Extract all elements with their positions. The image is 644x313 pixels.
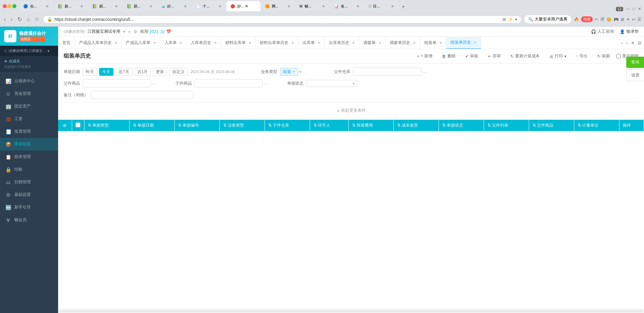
- tab-production-in-history[interactable]: 产成品入库单历史 ✕: [75, 37, 122, 49]
- date-today[interactable]: 今天: [99, 68, 113, 76]
- add-company-btn[interactable]: +: [128, 29, 131, 34]
- new-tab-button[interactable]: +: [399, 2, 407, 11]
- sidebar-item-closing[interactable]: 🔒 结账: [0, 163, 58, 176]
- search-box[interactable]: 🔍 大量安卓用户逃离: [524, 15, 572, 24]
- parent-warehouse-more[interactable]: ···: [423, 69, 427, 74]
- browser-tab-1[interactable]: 🔵 在... ✕: [19, 1, 53, 11]
- history-icon[interactable]: ↩: [632, 17, 635, 22]
- scissors-icon[interactable]: ✂: [595, 17, 598, 22]
- address-bar[interactable]: 🔒 https://cloud.chanjet.com/accounting/u…: [43, 15, 522, 24]
- sidebar-item-assets[interactable]: 🏢 固定资产: [0, 100, 58, 113]
- tab-kit[interactable]: 组装单 ✕: [420, 37, 446, 49]
- sort-icon[interactable]: ⇅: [397, 123, 401, 128]
- tab-out-history[interactable]: 出库单历史 ✕: [325, 37, 359, 49]
- menu-icon[interactable]: ☰: [638, 17, 641, 22]
- scrollbar-track[interactable]: [59, 310, 643, 312]
- tab-out-order[interactable]: 出库单 ✕: [298, 37, 325, 49]
- sort-icon[interactable]: ⇅: [352, 123, 355, 128]
- parent-goods-input[interactable]: [83, 79, 151, 87]
- date-more[interactable]: 更多: [153, 68, 167, 76]
- sidebar-item-invoice[interactable]: 🧾 发票管理: [0, 125, 58, 138]
- sort-icon[interactable]: ⇅: [178, 123, 182, 128]
- print-button[interactable]: 🖨 打印 ▾: [546, 52, 570, 60]
- tab-close-icon[interactable]: ✕: [474, 41, 477, 44]
- tab-assemble-history[interactable]: 调拨单历史 ✕: [386, 37, 420, 49]
- approve-button[interactable]: ✔ 审核: [462, 52, 482, 60]
- sidebar-item-guide[interactable]: 🆕 新手引导: [0, 201, 58, 214]
- tab-in-history[interactable]: 入库单历史 ✕: [187, 37, 221, 49]
- grid-icon[interactable]: ⊞: [621, 17, 624, 22]
- window-minimize[interactable]: —: [626, 6, 630, 11]
- sidebar-item-funds[interactable]: ⊙ 资金管理: [0, 87, 58, 100]
- translate-icon[interactable]: 译: [600, 16, 604, 22]
- child-goods-more[interactable]: ···: [264, 81, 268, 86]
- sidebar-item-reports[interactable]: 📊 云报表中心: [0, 75, 58, 87]
- parent-warehouse-input[interactable]: [353, 68, 421, 76]
- browser-tab-3[interactable]: 📗 易... ✕: [88, 1, 122, 11]
- sort-icon[interactable]: ⇅: [313, 123, 317, 128]
- sidebar-item-settings[interactable]: ⚙ 基础设置: [0, 188, 58, 201]
- th-checkbox[interactable]: [72, 120, 84, 131]
- tab-close-icon[interactable]: ✕: [115, 41, 117, 45]
- tab-next-button[interactable]: ›: [625, 40, 629, 46]
- tab-material-out-history[interactable]: 材料出库单历史 ✕: [256, 37, 298, 49]
- window-close[interactable]: ✕: [638, 6, 641, 11]
- tab-close-icon[interactable]: ✕: [352, 41, 355, 45]
- user-info[interactable]: 👤 徐泽华: [620, 29, 639, 34]
- date-7days[interactable]: 近7天: [116, 68, 132, 76]
- scroll-area[interactable]: ⚙ ⇅ 单据类型 ⇅: [58, 120, 644, 131]
- emoji-icon[interactable]: 😊: [606, 17, 612, 22]
- tab-close-icon[interactable]: ✕: [153, 41, 156, 45]
- collapse-button[interactable]: ∧ 收起更多条件: [335, 105, 368, 115]
- refresh-button[interactable]: ↻: [16, 15, 23, 24]
- sidebar-item-archive[interactable]: 🗂 归档管理: [0, 176, 58, 188]
- tab-close-all-button[interactable]: ✕: [630, 40, 636, 46]
- show-detail-input[interactable]: [616, 54, 621, 58]
- select-all-checkbox[interactable]: [76, 123, 80, 127]
- browser-tab-9[interactable]: M 畅... ✕: [295, 1, 330, 11]
- sort-icon[interactable]: ⇅: [268, 123, 272, 128]
- browser-tab-11[interactable]: S 目... ✕: [364, 1, 399, 11]
- tab-close-icon[interactable]: ✕: [439, 41, 442, 45]
- tab-prev-button[interactable]: ‹: [620, 40, 624, 46]
- tab-home[interactable]: 首页: [58, 37, 75, 49]
- tab-kit-history[interactable]: 组装单历史 ✕: [446, 37, 481, 49]
- tab-production-in[interactable]: 产成品入库单 ✕: [122, 37, 160, 49]
- order-status-select[interactable]: ▾: [306, 80, 358, 87]
- home-button[interactable]: ⌂: [25, 15, 31, 24]
- browser-tab-10[interactable]: 📊 各... ✕: [330, 1, 364, 11]
- window-maximize[interactable]: □: [633, 6, 635, 11]
- tab-material-out[interactable]: 材料出库单 ✕: [221, 37, 256, 49]
- tab-close-icon[interactable]: ✕: [318, 41, 320, 45]
- browser-tab-5[interactable]: ☁ 好... ✕: [157, 1, 191, 11]
- calendar-icon[interactable]: 📅: [166, 29, 171, 34]
- sidebar-item-vip[interactable]: V 畅会员: [0, 214, 58, 226]
- query-button[interactable]: 查询: [626, 57, 644, 68]
- recalculate-button[interactable]: ↻ 重新计算成本: [507, 52, 543, 60]
- browser-tab-4[interactable]: 📗 易... ✕: [123, 1, 157, 11]
- browser-tab-8[interactable]: 🟠 腾... ✕: [261, 1, 295, 11]
- tab-close-icon[interactable]: ✕: [214, 41, 217, 45]
- bottom-scrollbar[interactable]: [58, 309, 644, 313]
- game-icon[interactable]: 🎮: [614, 17, 619, 22]
- sidebar-item-tax[interactable]: 📋 税务管理: [0, 151, 58, 163]
- back-button[interactable]: ‹: [3, 15, 7, 24]
- tab-close-icon[interactable]: ✕: [179, 41, 182, 45]
- add-button[interactable]: + + 新增: [414, 52, 436, 60]
- sort-icon[interactable]: ⇅: [578, 123, 581, 128]
- settings-button[interactable]: 设置: [626, 69, 644, 81]
- delete-button[interactable]: 🗑 删除: [439, 52, 459, 60]
- consultant-button[interactable]: 🎧 人工咨询: [591, 29, 614, 34]
- export-button[interactable]: ↑ 导出: [573, 52, 591, 60]
- sort-icon[interactable]: ⇅: [88, 123, 91, 128]
- sort-icon[interactable]: ⇅: [133, 123, 136, 128]
- date-yesterday[interactable]: 昨天: [83, 68, 97, 76]
- browser-tab-2[interactable]: 📗 新... ✕: [54, 1, 88, 11]
- note-input[interactable]: [91, 91, 193, 99]
- tab-close-icon[interactable]: ✕: [291, 41, 294, 45]
- company-dropdown-btn[interactable]: ▾: [123, 29, 125, 34]
- settings-icon[interactable]: ☀: [626, 17, 630, 22]
- bookmark-button[interactable]: ☆: [33, 15, 41, 24]
- tab-close-icon[interactable]: ✕: [378, 41, 381, 45]
- company-selector[interactable]: ⬡ (勿删勿禁用) 江西服宝测试专用 ▾: [0, 46, 58, 56]
